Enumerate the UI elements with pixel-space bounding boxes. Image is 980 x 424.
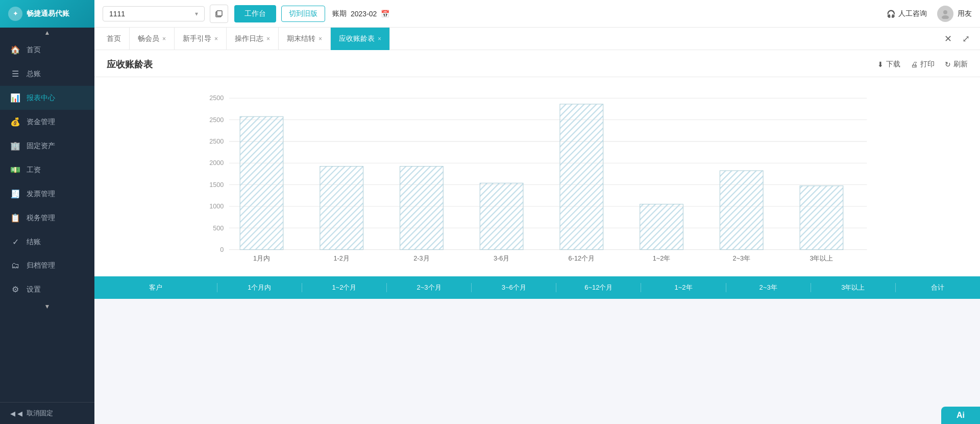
sidebar-item-salary[interactable]: 💵 工资 bbox=[0, 158, 94, 182]
copy-button[interactable] bbox=[210, 5, 228, 23]
bar-1-2年 bbox=[640, 204, 683, 250]
col-1-2year: 1~2年 bbox=[641, 283, 726, 292]
svg-text:500: 500 bbox=[213, 225, 224, 232]
tab-member[interactable]: 畅会员 × bbox=[130, 28, 175, 50]
maximize-tab-button[interactable]: ⤢ bbox=[960, 31, 972, 46]
tab-label: 应收账龄表 bbox=[339, 34, 375, 43]
sidebar-item-settings[interactable]: ⚙ 设置 bbox=[0, 277, 94, 301]
assets-icon: 🏢 bbox=[10, 141, 20, 151]
svg-point-2 bbox=[943, 10, 947, 14]
col-2-3month: 2~3个月 bbox=[387, 283, 472, 292]
sidebar-item-invoice[interactable]: 🧾 发票管理 bbox=[0, 182, 94, 206]
reports-icon: 📊 bbox=[10, 93, 20, 103]
tab-label: 期末结转 bbox=[287, 34, 315, 43]
svg-text:2500: 2500 bbox=[209, 116, 224, 124]
header-right: 🎧 人工咨询 用友 bbox=[887, 6, 972, 22]
bar-2-3月 bbox=[400, 167, 444, 250]
svg-text:3-6月: 3-6月 bbox=[494, 255, 509, 262]
svg-text:2500: 2500 bbox=[209, 95, 224, 102]
svg-rect-1 bbox=[217, 11, 222, 16]
switch-version-button[interactable]: 切到旧版 bbox=[281, 6, 325, 22]
download-label: 下载 bbox=[886, 60, 900, 69]
tab-aging[interactable]: 应收账龄表 × bbox=[331, 28, 390, 50]
sidebar-item-label: 发票管理 bbox=[27, 190, 55, 199]
company-selector[interactable]: 1111 ▾ bbox=[103, 6, 205, 21]
svg-text:2-3月: 2-3月 bbox=[413, 255, 429, 262]
settings-icon: ⚙ bbox=[10, 285, 20, 294]
sidebar-scroll-up[interactable]: ▲ bbox=[0, 28, 94, 38]
print-button[interactable]: 🖨 打印 bbox=[911, 60, 935, 69]
page-actions: ⬇ 下载 🖨 打印 ↻ 刷新 bbox=[877, 60, 968, 69]
sidebar-item-label: 总账 bbox=[27, 69, 41, 79]
sidebar-bottom: ◀ ◀ 取消固定 bbox=[0, 402, 94, 424]
tab-close-icon[interactable]: × bbox=[378, 35, 381, 42]
sidebar-item-archive[interactable]: 🗂 归档管理 bbox=[0, 254, 94, 277]
svg-text:6-12个月: 6-12个月 bbox=[569, 255, 595, 262]
sidebar-item-label: 结账 bbox=[27, 238, 41, 247]
tax-icon: 📋 bbox=[10, 213, 20, 223]
cancel-fixed-label: 取消固定 bbox=[27, 409, 53, 418]
ledger-icon: ☰ bbox=[10, 69, 20, 79]
ai-badge[interactable]: Ai bbox=[941, 407, 980, 424]
tab-close-icon[interactable]: × bbox=[162, 35, 166, 42]
chart-container: 2500 2500 2500 2000 1500 1000 500 0 bbox=[107, 87, 968, 271]
pin-icon: ◀ ◀ bbox=[10, 410, 22, 417]
bar-3-6月 bbox=[480, 183, 523, 249]
svg-text:1500: 1500 bbox=[209, 181, 224, 189]
tab-close-icon[interactable]: × bbox=[214, 35, 218, 42]
checkout-icon: ✓ bbox=[10, 237, 20, 247]
svg-text:2000: 2000 bbox=[209, 159, 224, 167]
tab-home[interactable]: 首页 bbox=[99, 28, 130, 50]
sidebar-item-tax[interactable]: 📋 税务管理 bbox=[0, 206, 94, 230]
col-2-3year: 2~3年 bbox=[726, 283, 811, 292]
consult-label: 人工咨询 bbox=[898, 9, 927, 18]
tab-close-icon[interactable]: × bbox=[318, 35, 322, 42]
svg-text:1月内: 1月内 bbox=[253, 255, 270, 262]
tab-guide[interactable]: 新手引导 × bbox=[175, 28, 227, 50]
main-layout: ▲ 🏠 首页 ☰ 总账 📊 报表中心 💰 资金管理 🏢 固定资产 💵 工资 🧾 … bbox=[0, 28, 980, 424]
sidebar-item-label: 报表中心 bbox=[27, 93, 55, 103]
bar-6-12月 bbox=[560, 104, 603, 250]
period-value: 2023-02 bbox=[351, 10, 377, 18]
tab-oplog[interactable]: 操作日志 × bbox=[227, 28, 279, 50]
calendar-icon[interactable]: 📅 bbox=[381, 10, 389, 18]
bar-1-2月 bbox=[320, 167, 363, 250]
header: ✦ 畅捷通易代账 1111 ▾ 工作台 切到旧版 账期 2023-02 📅 🎧 … bbox=[0, 0, 980, 28]
sidebar-item-label: 设置 bbox=[27, 285, 41, 294]
sidebar-item-reports[interactable]: 📊 报表中心 bbox=[0, 86, 94, 110]
bar-3年以上 bbox=[800, 186, 843, 250]
tab-bar: 首页 畅会员 × 新手引导 × 操作日志 × 期末结转 × 应收账龄表 × bbox=[94, 28, 980, 50]
sidebar-item-checkout[interactable]: ✓ 结账 bbox=[0, 230, 94, 254]
col-6-12month: 6~12个月 bbox=[556, 283, 641, 292]
sidebar-item-label: 首页 bbox=[27, 45, 41, 55]
sidebar-scroll-down[interactable]: ▼ bbox=[0, 301, 94, 312]
sidebar-item-label: 工资 bbox=[27, 166, 41, 175]
cancel-fixed-button[interactable]: ◀ ◀ 取消固定 bbox=[0, 403, 94, 424]
sidebar-item-ledger[interactable]: ☰ 总账 bbox=[0, 62, 94, 86]
sidebar-item-label: 税务管理 bbox=[27, 214, 55, 223]
page-title: 应收账龄表 bbox=[107, 58, 153, 70]
workbench-button[interactable]: 工作台 bbox=[234, 5, 276, 22]
period-area: 账期 2023-02 📅 bbox=[332, 9, 389, 18]
tab-period-end[interactable]: 期末结转 × bbox=[279, 28, 331, 50]
bar-1月内 bbox=[240, 116, 283, 249]
download-button[interactable]: ⬇ 下载 bbox=[877, 60, 900, 69]
user-name: 用友 bbox=[958, 9, 972, 18]
consult-button[interactable]: 🎧 人工咨询 bbox=[887, 9, 927, 18]
sidebar-item-funds[interactable]: 💰 资金管理 bbox=[0, 110, 94, 134]
user-area[interactable]: 用友 bbox=[937, 6, 972, 22]
refresh-button[interactable]: ↻ 刷新 bbox=[945, 60, 968, 69]
sidebar: ▲ 🏠 首页 ☰ 总账 📊 报表中心 💰 资金管理 🏢 固定资产 💵 工资 🧾 … bbox=[0, 28, 94, 424]
col-total: 合计 bbox=[896, 283, 980, 292]
close-tab-button[interactable]: ✕ bbox=[942, 31, 954, 46]
tab-close-icon[interactable]: × bbox=[266, 35, 270, 42]
sidebar-item-assets[interactable]: 🏢 固定资产 bbox=[0, 134, 94, 158]
headset-icon: 🎧 bbox=[887, 10, 895, 18]
sidebar-item-home[interactable]: 🏠 首页 bbox=[0, 38, 94, 62]
bar-chart: 2500 2500 2500 2000 1500 1000 500 0 bbox=[107, 87, 968, 271]
svg-point-3 bbox=[942, 15, 949, 19]
col-3year-plus: 3年以上 bbox=[811, 283, 896, 292]
archive-icon: 🗂 bbox=[10, 261, 20, 270]
chart-wrapper: 2500 2500 2500 2000 1500 1000 500 0 bbox=[94, 77, 980, 276]
svg-text:1000: 1000 bbox=[209, 203, 224, 210]
